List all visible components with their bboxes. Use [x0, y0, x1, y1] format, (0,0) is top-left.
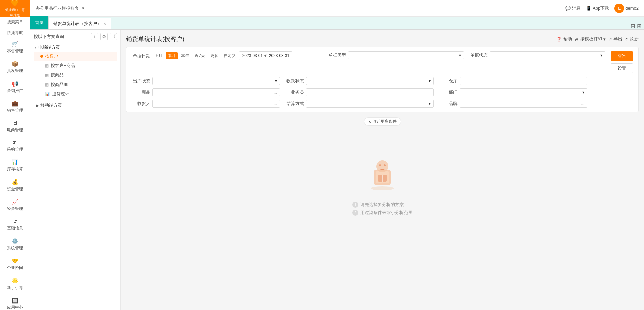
date-tag-this-year[interactable]: 本年 — [179, 52, 191, 59]
sidebar-item-apps[interactable]: 🔲 应用中心 — [0, 294, 30, 310]
add-scheme-button[interactable]: + — [91, 33, 98, 40]
sidebar-item-purchase[interactable]: 🛍 采购管理 — [0, 136, 30, 156]
sidebar-item-newbie[interactable]: 🌟 新手引导 — [0, 274, 30, 294]
out-status-arrow: ▾ — [275, 79, 277, 83]
topbar-left: 办公用品行业模拟账套 ▾ — [36, 5, 84, 11]
scheme-by-product[interactable]: ▦ 按商品 — [38, 70, 117, 80]
status-control[interactable]: ▾ — [490, 51, 605, 59]
sidebar-item-operations[interactable]: 📈 经营管理 — [0, 195, 30, 215]
collapse-icon: 《 — [111, 34, 116, 40]
inventory-label: 库存核算 — [7, 166, 23, 172]
operations-label: 经营管理 — [7, 206, 23, 212]
type-select[interactable]: ▾ — [348, 51, 464, 59]
app-download-icon: 📱 — [586, 6, 591, 11]
brand-input[interactable]: ... — [460, 100, 587, 108]
sidebar-item-sales[interactable]: 💼 销售管理 — [0, 97, 30, 117]
dept-select[interactable]: ▾ — [460, 88, 587, 96]
empty-tips: 1 请先选择要分析的方案 2 用过滤条件来缩小分析范围 — [352, 202, 413, 218]
export-button[interactable]: ↗ 导出 — [608, 36, 622, 42]
date-tag-more[interactable]: 更多 — [208, 52, 220, 59]
date-tag-custom[interactable]: 自定义 — [222, 52, 238, 59]
tab-minimize-icon[interactable]: ⊟ — [631, 23, 635, 29]
tab-sales-stat-label: 销货单统计表（按客户） — [53, 21, 101, 27]
sidebar-item-inventory[interactable]: 📊 库存核算 — [0, 156, 30, 175]
system-icon: ⚙️ — [12, 238, 18, 244]
avatar-initials: E — [618, 6, 621, 11]
ecommerce-icon: 🖥 — [12, 120, 18, 126]
sidebar-item-wholesale[interactable]: 📦 批发管理 — [0, 57, 30, 77]
logo[interactable]: 🧡 畅捷通好生意 标准版 — [0, 0, 30, 17]
sidebar-item-enterprise[interactable]: 🤝 企业协同 — [0, 254, 30, 274]
out-status-label: 出库状态 — [132, 78, 150, 84]
desktop-group-title[interactable]: ▼ 电脑端方案 — [34, 43, 117, 52]
topbar-dropdown[interactable]: ▾ — [82, 6, 84, 11]
out-status-select[interactable]: ▾ — [152, 77, 280, 85]
content-area: 按以下方案查询 + ⚙ 《 ▼ 电脑端方案 — [30, 30, 644, 310]
product-input[interactable]: ... — [152, 88, 280, 96]
tab-maximize-icon[interactable]: ⊞ — [637, 23, 641, 29]
tab-close-sales-stat[interactable]: ✕ — [103, 22, 106, 26]
topbar-user[interactable]: E demo2 — [614, 4, 639, 13]
date-tag-7days[interactable]: 近7天 — [193, 52, 207, 59]
settings-button[interactable]: 设置 — [611, 63, 633, 73]
salesman-input[interactable]: ... — [306, 88, 434, 96]
salesman-ellipsis: ... — [427, 90, 431, 95]
collapse-panel-button[interactable]: 《 — [110, 33, 117, 40]
grid-icon-3: ▦ — [45, 82, 49, 87]
collapse-bar: ∧ 收起更多条件 — [126, 115, 639, 128]
app-download-label: App下载 — [593, 5, 609, 11]
sidebar-item-finance[interactable]: 💰 资金管理 — [0, 175, 30, 195]
date-tag-this-month[interactable]: 本月 — [166, 52, 178, 59]
collapse-label: 收起更多条件 — [373, 119, 397, 124]
warehouse-input[interactable]: ... — [460, 77, 587, 85]
svg-point-4 — [379, 164, 381, 166]
marketing-icon: 📢 — [12, 81, 18, 87]
mobile-group-title[interactable]: ▶ 移动端方案 — [34, 101, 117, 110]
brand-ellipsis: ... — [581, 101, 584, 106]
tab-sales-stat[interactable]: 销货单统计表（按客户） ✕ — [49, 18, 111, 29]
scheme-settings-button[interactable]: ⚙ — [100, 33, 108, 40]
empty-tip-1: 1 请先选择要分析的方案 — [352, 202, 413, 208]
retail-label: 零售管理 — [7, 48, 23, 54]
receiver-input[interactable]: ... — [152, 100, 280, 108]
collapse-button[interactable]: ∧ 收起更多条件 — [364, 117, 401, 126]
pay-status-select[interactable]: ▾ — [306, 77, 434, 85]
svg-point-3 — [376, 160, 388, 172]
grid-icon-2: ▦ — [45, 73, 49, 78]
newbie-label: 新手引导 — [7, 285, 23, 291]
date-tag-last-month[interactable]: 上月 — [152, 52, 164, 59]
date-range-input[interactable]: 2023-03-01 至 2023-03-31 — [239, 51, 292, 60]
scheme-by-product-99[interactable]: ▦ 按商品99 — [38, 80, 117, 89]
sidebar-item-shortcut[interactable]: 快捷导航 — [0, 28, 30, 38]
query-button[interactable]: 查询 — [611, 51, 633, 61]
scheme-refund-stat[interactable]: 📊 退货统计 — [38, 89, 117, 99]
sidebar-item-marketing[interactable]: 📢 营销推广 — [0, 77, 30, 97]
logo-icon: 🧡 — [11, 0, 19, 7]
help-button[interactable]: ❓ 帮助 — [556, 36, 572, 42]
sidebar-item-basic[interactable]: 🗂 基础信息 — [0, 215, 30, 235]
payment-select[interactable]: ▾ — [306, 100, 434, 108]
type-select-arrow: ▾ — [459, 53, 461, 58]
refresh-button[interactable]: ↻ 刷新 — [625, 36, 639, 42]
sidebar-item-retail[interactable]: 🛒 零售管理 — [0, 38, 30, 57]
left-panel-title: 按以下方案查询 — [34, 34, 64, 40]
sidebar-item-ecommerce[interactable]: 🖥 电商管理 — [0, 117, 30, 136]
print-button[interactable]: 🖨 按模板打印 ▾ — [575, 36, 606, 42]
status-select[interactable]: ▾ — [490, 51, 605, 59]
topbar-message[interactable]: 💬 消息 — [565, 5, 581, 11]
system-label: 系统管理 — [7, 245, 23, 251]
tab-home[interactable]: 首页 — [30, 16, 49, 29]
scheme-by-customer[interactable]: 按客户 — [34, 52, 117, 61]
sidebar: 🧡 畅捷通好生意 标准版 搜索菜单 快捷导航 🛒 零售管理 📦 批发管理 📢 营… — [0, 0, 30, 310]
sidebar-item-system[interactable]: ⚙️ 系统管理 — [0, 235, 30, 254]
message-label: 消息 — [572, 5, 581, 11]
receiver-ellipsis: ... — [274, 101, 277, 106]
sidebar-item-search[interactable]: 搜索菜单 — [0, 17, 30, 28]
type-control[interactable]: ▾ — [348, 51, 464, 59]
enterprise-icon: 🤝 — [12, 258, 18, 264]
scheme-by-customer-product[interactable]: ▦ 按客户+商品 — [38, 61, 117, 70]
wholesale-label: 批发管理 — [7, 68, 23, 74]
enterprise-label: 企业协同 — [7, 265, 23, 271]
topbar-app-download[interactable]: 📱 App下载 — [586, 5, 609, 11]
purchase-label: 采购管理 — [7, 147, 23, 152]
